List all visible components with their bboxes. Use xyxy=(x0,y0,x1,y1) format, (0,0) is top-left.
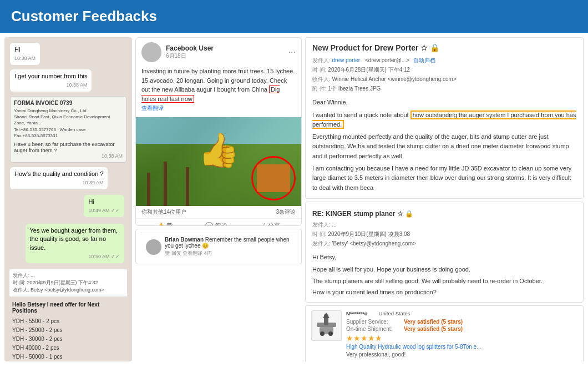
re-p1: Hope all is well for you. Hope your busi… xyxy=(312,265,576,275)
chat-text-4: How's the quality and condition ? xyxy=(14,170,103,177)
re-email-body: Hi Betsy, Hope all is well for you. Hope… xyxy=(312,253,576,297)
fb-post-header: Facebook User 6月18日 ··· xyxy=(136,38,301,67)
re-email-meta: 发件人: ... 时 间: 2020年9月10日(星期四) 凌晨3:08 发件人… xyxy=(312,220,576,248)
review-service-row-1: Supplier Service: Very satisfied (5 star… xyxy=(346,319,577,325)
email-from-link[interactable]: drew porter xyxy=(332,57,361,63)
invoice-box: FORMA INVOICE 0739 Yantai Dongheng Machi… xyxy=(10,96,126,163)
re-from: ... xyxy=(332,222,337,228)
email-meta: 发件人: drew porter <drew.porter@...> 自动归档 … xyxy=(312,56,576,93)
review-user-info-1: N*******o United States xyxy=(346,310,577,316)
fb-avatar xyxy=(141,42,161,62)
chat-container: Hi 10:38 AM I get your number from this … xyxy=(4,37,132,361)
fb-comment-section: Brian Bowman Remember the small people w… xyxy=(135,229,302,264)
fb-comment-item: Brian Bowman Remember the small people w… xyxy=(140,233,297,260)
chat-time-4: 10:39 AM xyxy=(14,179,103,187)
excavator-circle xyxy=(251,156,296,200)
ontime-label-1: On-time Shipment: xyxy=(346,326,402,332)
chat-message-1: Hi 10:38 AM xyxy=(10,43,40,65)
fb-username: Facebook User xyxy=(166,44,214,52)
fb-menu-dots[interactable]: ··· xyxy=(288,47,296,57)
chat-time-1: 10:38 AM xyxy=(14,55,36,62)
facebook-post: Facebook User 6月18日 ··· Investing in fut… xyxy=(135,37,302,226)
fb-post-text: Investing in future by planting more fru… xyxy=(136,67,301,117)
review-product-title-1: High Quality Hydraulic wood log splitter… xyxy=(346,344,577,350)
email-greeting: Dear Winnie, xyxy=(312,98,576,108)
chat-time-6: 10:50 AM ✓✓ xyxy=(30,253,120,260)
re-greeting: Hi Betsy, xyxy=(312,253,576,263)
review-details-1: N*******o United States Supplier Service… xyxy=(346,310,577,358)
chat-text-6: Yes we bought auger from them, the quali… xyxy=(30,227,118,251)
chat-hi-right: Hi 10:49 AM ✓✓ xyxy=(84,195,124,217)
email-body: Dear Winnie, I wanted to send a quick no… xyxy=(312,98,576,193)
svg-point-4 xyxy=(320,331,325,336)
review-stars-1: ★★★★★ xyxy=(346,334,577,343)
fb-like-button[interactable]: 👍 赞 xyxy=(157,222,173,227)
chat-message-6: Yes we bought auger from them, the quali… xyxy=(26,224,125,263)
left-panel: Hi 10:38 AM I get your number from this … xyxy=(4,37,132,361)
chat-time-2: 10:38 AM xyxy=(14,82,87,89)
invoice-body: Have u been so far purchase the excavato… xyxy=(14,141,123,153)
reviews-panel: N*******o United States Supplier Service… xyxy=(305,305,584,361)
fb-translate-link[interactable]: 查看翻译 xyxy=(141,105,164,111)
email-p2: Everything mounted perfectly and the qua… xyxy=(312,132,576,162)
fb-actions-bar[interactable]: 👍 赞 💬 评论 ↗ 分享 xyxy=(136,218,301,227)
right-panel: New Product for Drew Porter ☆ 🔒 发件人: dre… xyxy=(305,37,584,361)
fb-date: 6月18日 xyxy=(166,52,214,60)
order-item-3: YDH - 30000 - 2 pcs xyxy=(12,335,124,344)
fb-comments-count: 3条评论 xyxy=(276,208,296,216)
email-attach-value: 1个 Ibezia Trees.JPG xyxy=(328,86,381,92)
email-date-value: 2020年6月28日(星期天) 下午4:12 xyxy=(328,67,410,73)
email-panel-re: RE: KINGER stump planer ☆ 🔒 发件人: ... 时 间… xyxy=(305,202,584,302)
review-card-1: N*******o United States Supplier Service… xyxy=(305,305,584,361)
page-wrapper: Customer Feedbacks Hi 10:38 AM I get you… xyxy=(0,0,588,366)
chat-text-1: Hi xyxy=(14,46,20,53)
order-greeting: Hello Betsey I need offer for Next Posit… xyxy=(8,299,129,315)
email-p3: I am contacting you because I have a nee… xyxy=(312,164,576,193)
review-product-image-1 xyxy=(311,310,342,341)
ontime-value-1: Very satisfied (5 stars) xyxy=(404,326,463,332)
email-snippet-left: 发件人: ... 时 间: 2020年9月9日(星期三) 下午4:32 收件人:… xyxy=(9,269,128,297)
fb-comment-username: Brian Bowman xyxy=(165,237,204,243)
chat-hi-right-wrapper: Hi 10:49 AM ✓✓ xyxy=(8,192,129,220)
review-comment-1: Very professional, good! xyxy=(346,351,577,358)
excavator-image xyxy=(257,164,290,192)
re-p3: How is your current lead times on produc… xyxy=(312,288,576,298)
service-label-1: Supplier Service: xyxy=(346,319,402,325)
re-p2: The stump planers are still selling good… xyxy=(312,277,576,286)
fb-post-image: 👍 xyxy=(136,117,301,206)
thumbs-up-icon: 👍 xyxy=(198,130,240,170)
chat-text-2: I get your number from this xyxy=(14,73,87,79)
page-header: Customer Feedbacks xyxy=(0,0,588,33)
re-to: 'Betsy' <betsy@ytdongheng.com> xyxy=(332,240,416,247)
page-title: Customer Feedbacks xyxy=(11,8,157,25)
order-item-4: YDH 40000 - 2 pcs xyxy=(12,344,124,353)
invoice-title: FORMA INVOICE 0739 xyxy=(14,100,123,106)
fb-comment-actions: 赞 回复 查看翻译 4周 xyxy=(165,250,291,257)
email-to-value: Winnie Helical Anchor <winnie@ytdongheng… xyxy=(332,76,457,82)
chat-message-2: I get your number from this 10:38 AM xyxy=(10,69,92,92)
fb-share-button[interactable]: ↗ 分享 xyxy=(260,222,280,227)
review-ontime-row-1: On-time Shipment: Very satisfied (5 star… xyxy=(346,326,577,332)
email-main-title: New Product for Drew Porter ☆ 🔒 xyxy=(312,43,576,52)
re-email-title: RE: KINGER stump planer ☆ 🔒 xyxy=(312,210,576,218)
order-list: YDH - 5500 - 2 pcs YDH - 25000 - 2 pcs Y… xyxy=(8,315,129,361)
middle-panel: Facebook User 6月18日 ··· Investing in fut… xyxy=(135,37,302,361)
review-country-1: United States xyxy=(379,310,410,316)
email-p1: I wanted to send a quick note about how … xyxy=(312,110,576,130)
email-from-label: 发件人: ... xyxy=(13,272,124,279)
svg-point-5 xyxy=(328,331,333,336)
service-value-1: Very satisfied (5 stars) xyxy=(404,319,463,325)
fb-comment-avatar xyxy=(146,239,161,255)
fb-comment-text: Brian Bowman Remember the small people w… xyxy=(165,237,291,257)
svg-marker-2 xyxy=(323,313,330,318)
main-content: Hi 10:38 AM I get your number from this … xyxy=(0,33,588,366)
review-user-id-1: N*******o xyxy=(346,310,368,316)
chat-message-4: How's the quality and condition ? 10:39 … xyxy=(10,167,108,189)
order-item-2: YDH - 25000 - 2 pcs xyxy=(12,326,124,335)
splitter-icon xyxy=(314,311,339,339)
fb-comment-button[interactable]: 💬 评论 xyxy=(205,222,227,227)
email-date: 时 间: 2020年9月9日(星期三) 下午4:32 xyxy=(13,279,124,286)
fb-likes-bar: 你和其他14位用户 3条评论 xyxy=(136,206,301,218)
fb-likes-count: 你和其他14位用户 xyxy=(141,208,186,216)
chat-reply-wrapper: Yes we bought auger from them, the quali… xyxy=(8,220,129,267)
